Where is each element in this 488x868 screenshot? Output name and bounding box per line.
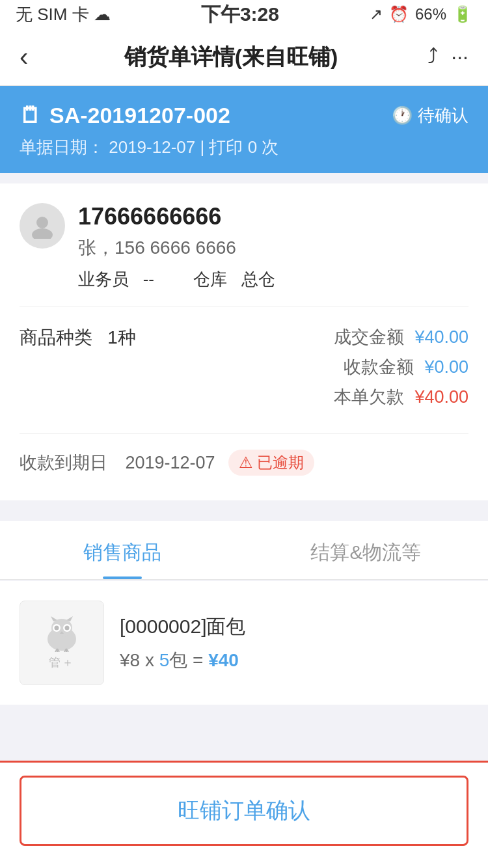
more-icon[interactable]: ··· [451,45,468,69]
warehouse-label: 仓库 [193,269,227,289]
product-code: [0000002] [120,616,206,637]
received-amount-row: 收款金额 ¥0.00 [334,355,468,379]
customer-name: 张，156 6666 6666 [78,236,468,260]
due-date-label: 收款到期日 [20,451,107,474]
owed-amount-value: ¥40.00 [414,387,468,407]
customer-phone: 17666666666 [78,203,468,230]
order-id-icon: 🗒 [20,103,42,128]
times-symbol: x [145,650,154,670]
no-sim-text: 无 SIM 卡 ☁ [16,3,111,26]
product-thumbnail: 管＋ [20,601,104,685]
product-price: ¥8 [120,650,140,670]
battery-text: 66% [415,5,446,23]
warehouse-field: 仓库 总仓 [193,268,275,291]
alarm-icon: ⏰ [389,5,409,23]
status-left: 无 SIM 卡 ☁ [16,3,111,26]
received-amount-label: 收款金额 [344,355,414,379]
status-right: ↗ ⏰ 66% 🔋 [370,5,472,23]
deal-amount-row: 成交金额 ¥40.00 [334,325,468,349]
received-amount-value: ¥0.00 [424,357,468,377]
svg-point-9 [65,625,70,630]
owed-amount-label: 本单欠款 [334,385,404,409]
amount-list: 成交金额 ¥40.00 收款金额 ¥0.00 本单欠款 ¥40.00 [334,325,468,415]
product-count: 商品种类 1种 [20,325,136,350]
svg-point-7 [55,625,59,630]
amounts-section: 商品种类 1种 成交金额 ¥40.00 收款金额 ¥0.00 本单欠款 ¥40.… [20,307,468,434]
customer-section: 17666666666 张，156 6666 6666 业务员 -- 仓库 总仓 [20,203,468,307]
product-details: [0000002]面包 ¥8 x 5包 = ¥40 [120,614,468,673]
tab-products-label: 销售商品 [83,541,161,563]
warehouse-value: 总仓 [241,269,275,289]
equals-symbol: = [193,650,203,670]
overdue-text: 已逾期 [257,452,304,473]
product-title: 面包 [206,616,245,637]
overdue-icon: ⚠ [239,454,253,472]
order-id: 🗒 SA-20191207-002 [20,103,230,128]
order-date-row: 单据日期： 2019-12-07 | 打印 0 次 [20,136,468,159]
print-info: | 打印 0 次 [200,137,278,157]
confirm-button[interactable]: 旺铺订单确认 [20,776,468,846]
section-divider [0,500,488,511]
salesperson-value: -- [143,269,154,289]
deal-amount-label: 成交金额 [334,325,404,349]
tabs-bar: 销售商品 结算&物流等 [0,521,488,580]
tab-settlement-label: 结算&物流等 [310,541,421,563]
status-text: 待确认 [418,104,468,127]
deal-amount-value: ¥40.00 [414,327,468,347]
customer-meta: 业务员 -- 仓库 总仓 [78,268,468,291]
product-qty: 5 [159,650,170,670]
bottom-bar: 旺铺订单确认 [0,761,488,868]
nav-bar: ‹ 销货单详情(来自旺铺) ⤴ ··· [0,29,488,86]
location-icon: ↗ [370,5,383,23]
date-value: 2019-12-07 [109,137,195,157]
product-calculation: ¥8 x 5包 = ¥40 [120,648,468,673]
salesperson-field: 业务员 -- [78,268,154,291]
share-icon[interactable]: ⤴ [427,45,438,69]
product-item: 管＋ [0000002]面包 ¥8 x 5包 = ¥40 [0,581,488,705]
status-bar: 无 SIM 卡 ☁ 下午3:28 ↗ ⏰ 66% 🔋 [0,0,488,29]
page-title: 销货单详情(来自旺铺) [59,42,403,72]
due-date-value: 2019-12-07 [126,453,215,473]
tab-settlement[interactable]: 结算&物流等 [244,521,488,579]
order-id-text: SA-20191207-002 [49,103,230,128]
owed-amount-row: 本单欠款 ¥40.00 [334,385,468,409]
product-type-value: 1种 [107,327,136,347]
status-time: 下午3:28 [201,1,279,28]
product-type-label: 商品种类 [20,327,92,347]
order-status: 🕐 待确认 [392,104,468,127]
nav-actions: ⤴ ··· [403,45,468,69]
customer-card: 17666666666 张，156 6666 6666 业务员 -- 仓库 总仓… [0,183,488,500]
back-button[interactable]: ‹ [20,42,59,72]
svg-point-0 [36,217,48,228]
product-total: ¥40 [208,650,239,670]
salesperson-label: 业务员 [78,269,129,289]
avatar [20,203,65,249]
overdue-badge: ⚠ 已逾期 [228,450,314,476]
svg-point-1 [32,228,53,239]
tab-products[interactable]: 销售商品 [0,521,244,579]
product-unit: 包 [169,650,187,670]
brand-label: 管＋ [49,655,75,670]
order-header: 🗒 SA-20191207-002 🕐 待确认 单据日期： 2019-12-07… [0,86,488,173]
product-name: [0000002]面包 [120,614,468,640]
customer-info: 17666666666 张，156 6666 6666 业务员 -- 仓库 总仓 [78,203,468,291]
date-label: 单据日期： [20,137,104,157]
clock-icon: 🕐 [392,105,413,126]
due-date-section: 收款到期日 2019-12-07 ⚠ 已逾期 [20,434,468,481]
battery-icon: 🔋 [453,5,472,23]
